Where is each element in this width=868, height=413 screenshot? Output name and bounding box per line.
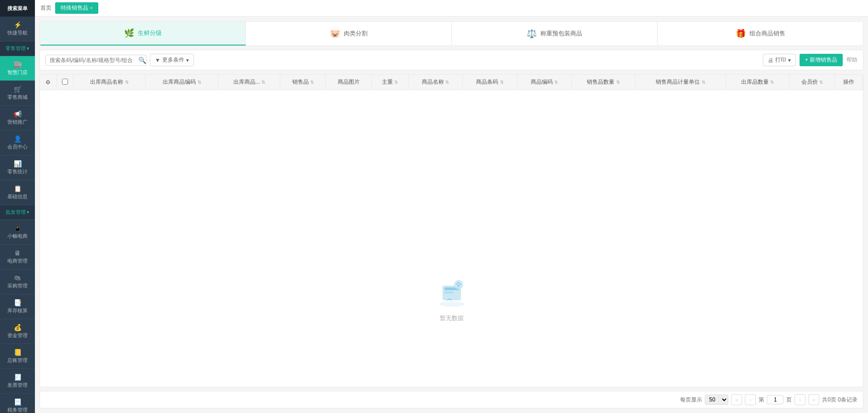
- purchase-icon: 🛍: [14, 274, 21, 281]
- sidebar-item-label: 发票管理: [7, 382, 28, 389]
- toolbar-right: 🖨 打印 ▾ + 新增销售品 帮助: [763, 54, 857, 66]
- inventory-icon: 📑: [14, 299, 22, 306]
- content-area: 🌿 生鲜分级 🐷 肉类分割 ⚖️ 称重预包装商品 🎁 组合商品销售 🔍: [35, 17, 868, 413]
- sidebar-item-label: 税务管理: [7, 407, 28, 413]
- sub-tab-label: 组合商品销售: [749, 29, 785, 38]
- app-title: 搜索菜单: [7, 5, 28, 12]
- add-button[interactable]: + 新增销售品: [800, 54, 843, 66]
- th-out-spec[interactable]: 出库商品... ⇅: [218, 75, 280, 90]
- topbar: 首页 特殊销售品 ×: [35, 0, 868, 17]
- th-sale-item[interactable]: 销售品 ⇅: [280, 75, 326, 90]
- retail-label: 零售管理: [6, 45, 26, 52]
- sidebar-item-basic-info[interactable]: 📋 基础信息: [0, 180, 35, 205]
- sort-icon: ⇅: [310, 80, 314, 85]
- table-header-row: ⚙ 出库商品名称 ⇅ 出库商品编码 ⇅: [40, 75, 863, 90]
- th-checkbox[interactable]: [57, 75, 73, 90]
- total-text: 共0页 0条记录: [822, 396, 857, 404]
- th-sale-qty[interactable]: 销售品数量 ⇅: [572, 75, 635, 90]
- sidebar-item-retail-mall[interactable]: 🛒 零售商城: [0, 81, 35, 106]
- svg-point-0: [439, 301, 465, 307]
- pagination: 每页显示 50 10 20 100 « ‹ 第 页 › » 共0页 0条记录: [40, 391, 863, 408]
- print-label: 打印: [775, 56, 786, 64]
- sort-icon: ⇅: [261, 80, 265, 85]
- sidebar-item-general-ledger[interactable]: 📒 总账管理: [0, 344, 35, 369]
- sidebar-item-label: 基础信息: [7, 193, 28, 200]
- sidebar-item-tax[interactable]: 📃 税务管理: [0, 394, 35, 413]
- sub-tab-meat-cut[interactable]: 🐷 肉类分割: [246, 22, 452, 46]
- help-label: 帮助: [846, 57, 857, 63]
- sidebar-item-purchase[interactable]: 🛍 采购管理: [0, 270, 35, 294]
- sort-icon: ⇅: [445, 80, 449, 85]
- smart-store-icon: 🏬: [14, 61, 22, 68]
- sidebar-item-retail-stats[interactable]: 📊 零售统计: [0, 155, 35, 180]
- page-number-input[interactable]: [767, 395, 783, 404]
- finance-icon: 💰: [14, 324, 22, 331]
- search-button[interactable]: 🔍: [138, 57, 146, 64]
- sidebar-item-ecommerce[interactable]: 🖥 电商管理: [0, 245, 35, 270]
- th-product-image: 商品图片: [326, 75, 372, 90]
- th-product-code[interactable]: 商品编码 ⇅: [517, 75, 572, 90]
- filter-arrow-icon: ▾: [186, 57, 189, 63]
- page-label: 第: [759, 396, 764, 404]
- sort-icon: ⇅: [500, 80, 504, 85]
- th-actions: 操作: [835, 75, 863, 90]
- first-page-button[interactable]: «: [731, 394, 742, 405]
- table-container: ⚙ 出库商品名称 ⇅ 出库商品编码 ⇅: [40, 74, 863, 387]
- add-label: + 新增销售品: [805, 56, 837, 64]
- sidebar-item-promotion[interactable]: 📢 营销推广: [0, 106, 35, 131]
- ecommerce-icon: 🖥: [14, 249, 21, 257]
- th-weight[interactable]: 主重 ⇅: [372, 75, 408, 90]
- th-out-qty[interactable]: 出库品数量 ⇅: [726, 75, 789, 90]
- table-scroll[interactable]: ⚙ 出库商品名称 ⇅ 出库商品编码 ⇅: [40, 75, 863, 212]
- home-tab[interactable]: 首页: [40, 4, 51, 12]
- sub-tab-weight-pack[interactable]: ⚖️ 称重预包装商品: [452, 22, 658, 46]
- th-unit[interactable]: 销售商品计量单位 ⇅: [635, 75, 726, 90]
- th-out-name[interactable]: 出库商品名称 ⇅: [73, 75, 146, 90]
- prev-page-button[interactable]: ‹: [745, 394, 756, 405]
- sidebar-item-label: 快捷导航: [7, 29, 28, 36]
- search-input[interactable]: [45, 55, 147, 66]
- sidebar-item-inventory[interactable]: 📑 库存核算: [0, 294, 35, 319]
- sub-tab-fresh-grade[interactable]: 🌿 生鲜分级: [40, 22, 246, 46]
- sidebar-item-mini-mall[interactable]: 📱 小畅电商: [0, 220, 35, 245]
- active-tab[interactable]: 特殊销售品 ×: [55, 2, 98, 14]
- sidebar-item-finance[interactable]: 💰 资金管理: [0, 319, 35, 344]
- close-tab-icon[interactable]: ×: [90, 6, 93, 11]
- invoice-icon: 🧾: [14, 373, 22, 381]
- sub-tab-combo[interactable]: 🎁 组合商品销售: [658, 22, 863, 46]
- sidebar-item-member[interactable]: 👤 会员中心: [0, 131, 35, 155]
- next-page-button[interactable]: ›: [794, 394, 806, 405]
- meat-cut-icon: 🐷: [330, 29, 340, 39]
- sub-tabs: 🌿 生鲜分级 🐷 肉类分割 ⚖️ 称重预包装商品 🎁 组合商品销售: [40, 21, 863, 46]
- sidebar-item-quick-nav[interactable]: ⚡ 快捷导航: [0, 17, 35, 41]
- sort-icon: ⇅: [616, 80, 620, 85]
- last-page-button[interactable]: »: [808, 394, 819, 405]
- sort-icon: ⇅: [770, 80, 774, 85]
- help-button[interactable]: 帮助: [846, 56, 857, 64]
- sidebar-item-invoice[interactable]: 🧾 发票管理: [0, 369, 35, 394]
- sidebar-item-smart-store[interactable]: 🏬 智慧门店: [0, 56, 35, 81]
- sidebar-item-label: 库存核算: [7, 307, 28, 314]
- th-barcode[interactable]: 商品条码 ⇅: [463, 75, 517, 90]
- sidebar-item-label: 总账管理: [7, 357, 28, 364]
- empty-state: 暂无数据: [40, 212, 863, 387]
- sidebar-item-wholesale[interactable]: 批发管理 ▾: [0, 205, 35, 220]
- filter-button[interactable]: ▼ 更多条件 ▾: [150, 54, 194, 66]
- select-all-checkbox[interactable]: [62, 79, 68, 85]
- th-product-name[interactable]: 商品名称 ⇅: [408, 75, 463, 90]
- basic-info-icon: 📋: [14, 185, 22, 192]
- sidebar-item-label: 电商管理: [7, 258, 28, 264]
- th-settings[interactable]: ⚙: [40, 75, 57, 90]
- sort-icon: ⇅: [394, 80, 398, 85]
- page-size-select[interactable]: 50 10 20 100: [705, 395, 728, 405]
- print-button[interactable]: 🖨 打印 ▾: [763, 54, 796, 66]
- th-member-price[interactable]: 会员价 ⇅: [789, 75, 835, 90]
- wholesale-label: 批发管理: [6, 209, 26, 216]
- sidebar-item-retail[interactable]: 零售管理 ▾: [0, 41, 35, 56]
- th-out-code[interactable]: 出库商品编码 ⇅: [146, 75, 218, 90]
- chevron-down-icon: ▾: [27, 46, 29, 52]
- last-page-icon: »: [812, 397, 815, 402]
- page-suffix: 页: [786, 396, 792, 404]
- page-size-label: 每页显示: [680, 396, 702, 404]
- first-page-icon: «: [735, 397, 738, 402]
